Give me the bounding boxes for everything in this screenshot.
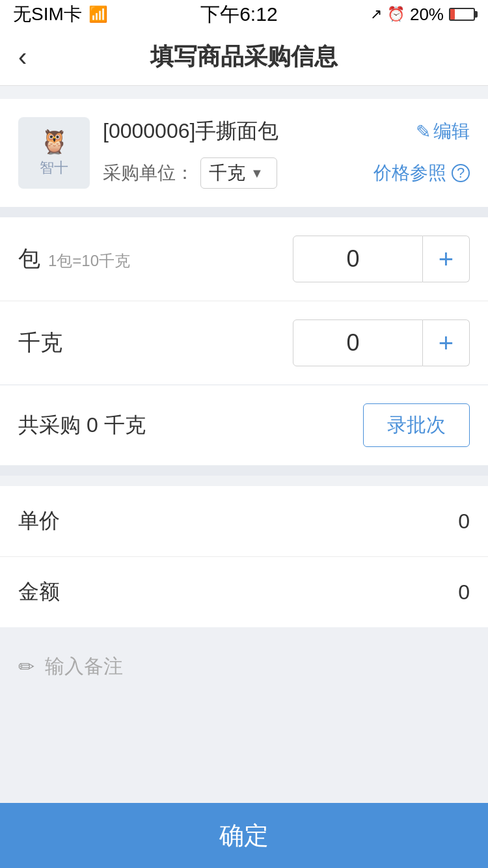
product-header: [0000006]手撕面包 ✎ 编辑 — [103, 117, 470, 146]
bao-sublabel: 1包=10千克 — [48, 251, 130, 271]
bao-input-row: 包 1包=10千克 + — [0, 217, 488, 301]
note-section[interactable]: ✏ 输入备注 — [0, 627, 488, 705]
price-ref-button[interactable]: 价格参照 ? — [373, 161, 470, 185]
location-icon: ↗ — [370, 6, 382, 23]
bao-input-group: + — [293, 236, 470, 282]
bao-label-text: 包 — [18, 244, 40, 274]
edit-button[interactable]: ✎ 编辑 — [416, 119, 470, 144]
record-batch-button[interactable]: 录批次 — [363, 403, 470, 447]
status-time: 下午6:12 — [200, 1, 277, 28]
back-button[interactable]: ‹ — [18, 42, 27, 72]
input-section: 包 1包=10千克 + 千克 + — [0, 217, 488, 385]
kg-plus-button[interactable]: + — [423, 319, 470, 366]
status-bar: 无SIM卡 📶 下午6:12 ↗ ⏰ 20% — [0, 0, 488, 29]
unit-price-value: 0 — [458, 509, 470, 534]
amount-value: 0 — [458, 580, 470, 604]
unit-select[interactable]: 千克 ▼ — [200, 157, 277, 189]
wifi-icon: 📶 — [88, 5, 108, 23]
help-icon: ? — [452, 164, 470, 182]
alarm-icon: ⏰ — [387, 6, 405, 23]
bao-quantity-input[interactable] — [293, 236, 423, 282]
note-placeholder-text: 输入备注 — [45, 653, 123, 680]
product-name: [0000006]手撕面包 — [103, 117, 278, 146]
kg-input-row: 千克 + — [0, 301, 488, 385]
kg-label-text: 千克 — [18, 328, 62, 358]
battery-percent: 20% — [410, 5, 444, 25]
status-left: 无SIM卡 📶 — [13, 2, 108, 27]
bao-plus-button[interactable]: + — [423, 236, 470, 282]
section-divider-1 — [0, 207, 488, 217]
confirm-button[interactable]: 确定 — [0, 803, 488, 868]
summary-total-text: 共采购 0 千克 — [18, 411, 146, 440]
unit-value: 千克 — [209, 161, 245, 185]
pencil-icon: ✏ — [18, 655, 34, 678]
bao-label: 包 1包=10千克 — [18, 244, 130, 274]
product-card: 🦉 智十 [0000006]手撕面包 ✎ 编辑 采购单位： 千克 ▼ 价格参照 … — [0, 99, 488, 207]
price-ref-label: 价格参照 — [373, 161, 446, 185]
unit-price-row: 单价 0 — [0, 486, 488, 557]
product-info: [0000006]手撕面包 ✎ 编辑 采购单位： 千克 ▼ 价格参照 ? — [103, 117, 470, 189]
kg-label: 千克 — [18, 328, 62, 358]
section-divider-2 — [0, 465, 488, 476]
edit-label: 编辑 — [433, 119, 470, 144]
price-section: 单价 0 金额 0 — [0, 486, 488, 627]
product-image: 🦉 智十 — [18, 117, 90, 189]
summary-row: 共采购 0 千克 录批次 — [0, 385, 488, 465]
status-right: ↗ ⏰ 20% — [370, 5, 475, 25]
kg-input-group: + — [293, 319, 470, 366]
battery-icon — [449, 8, 475, 21]
amount-label: 金额 — [18, 578, 60, 606]
edit-icon: ✎ — [416, 121, 431, 142]
kg-quantity-input[interactable] — [293, 319, 423, 366]
product-logo-icon: 🦉 — [40, 128, 69, 156]
chevron-down-icon: ▼ — [251, 166, 264, 181]
amount-row: 金额 0 — [0, 557, 488, 627]
brand-text: 智十 — [40, 158, 68, 178]
unit-label: 采购单位： 千克 ▼ — [103, 157, 277, 189]
nav-bar: ‹ 填写商品采购信息 — [0, 29, 488, 86]
unit-label-text: 采购单位： — [103, 161, 194, 185]
carrier-text: 无SIM卡 — [13, 2, 82, 27]
unit-price-label: 单价 — [18, 507, 60, 536]
page-title: 填写商品采购信息 — [150, 41, 338, 73]
product-unit-row: 采购单位： 千克 ▼ 价格参照 ? — [103, 157, 470, 189]
